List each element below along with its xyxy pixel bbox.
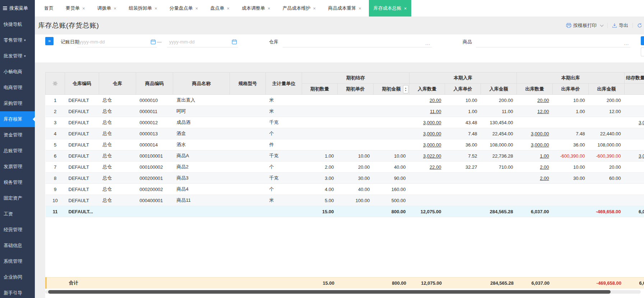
column-header[interactable]: 商品名称 bbox=[173, 73, 230, 95]
table-row[interactable]: 8DEFAULT总仓000200001商品3千克3.0030.0090.002.… bbox=[46, 173, 644, 184]
horizontal-scrollbar[interactable] bbox=[45, 290, 641, 294]
tab[interactable]: 产品成本维护× bbox=[278, 0, 321, 17]
drill-down-link[interactable]: 20.00 bbox=[517, 95, 553, 106]
column-settings-button[interactable] bbox=[46, 73, 65, 95]
end-date-input[interactable]: yyyy-mm-dd bbox=[167, 37, 238, 47]
product-picker-button[interactable]: ... bbox=[624, 41, 629, 46]
tab[interactable]: 盘点单× bbox=[205, 0, 234, 17]
warehouse-picker-button[interactable]: ... bbox=[425, 41, 430, 46]
sidebar-item[interactable]: 小畅电商 bbox=[0, 64, 35, 80]
drill-down-link[interactable]: 11.00 bbox=[409, 106, 445, 117]
sidebar-item[interactable]: 税务管理 bbox=[0, 174, 35, 190]
table-row[interactable]: 9DEFAULT总仓000200002商品4个4.0040.00160.00 bbox=[46, 184, 644, 195]
column-header[interactable]: 仓库编码 bbox=[65, 73, 99, 95]
table-row[interactable]: 2DEFAULT总仓0000011呵呵米11.001.0011.0012.001… bbox=[46, 106, 644, 117]
tab[interactable]: 首页 bbox=[40, 0, 58, 17]
sidebar-item[interactable]: 系统管理 bbox=[0, 253, 35, 269]
column-header[interactable]: 规格型号 bbox=[230, 73, 266, 95]
sidebar-item[interactable]: 企业协同 bbox=[0, 269, 35, 285]
tab-close-icon[interactable]: × bbox=[82, 6, 85, 11]
sidebar-search[interactable]: 搜索菜单 bbox=[0, 0, 35, 17]
refresh-button[interactable]: 刷新 bbox=[637, 22, 644, 29]
table-row[interactable]: 6DEFAULT总仓000100001商品A千克1.0010.0010.003,… bbox=[46, 150, 644, 162]
sidebar-item[interactable]: 快捷导航 bbox=[0, 17, 35, 32]
column-header[interactable]: 出库金额 bbox=[589, 84, 625, 95]
table-row[interactable]: 10DEFAULT总仓000400001商品11米5.00100.00500.0… bbox=[46, 195, 644, 206]
sidebar-item[interactable]: 新手引导 bbox=[0, 285, 35, 298]
drill-down-link[interactable]: 3,000.00 bbox=[409, 117, 445, 128]
subtotal-row[interactable]: 11DEFAULT...15.00800.0012,075.00284,565.… bbox=[46, 206, 644, 217]
column-header[interactable]: 商品编码 bbox=[136, 73, 173, 95]
sidebar-item[interactable]: 采购管理 bbox=[0, 96, 35, 111]
column-header[interactable]: 入库金额 bbox=[481, 84, 517, 95]
drill-down-link[interactable]: 3,022.00 bbox=[625, 150, 644, 162]
drill-down-link[interactable]: 3,000.00 bbox=[625, 117, 644, 128]
drill-down-link[interactable]: 2.00 bbox=[517, 162, 553, 173]
sidebar-item[interactable]: 零售管理▾ bbox=[0, 32, 35, 48]
column-header[interactable]: 出库单价 bbox=[553, 84, 589, 95]
tab[interactable]: 组装拆卸单× bbox=[124, 0, 162, 17]
collapse-filter-button[interactable]: » bbox=[45, 37, 54, 45]
calendar-icon[interactable] bbox=[232, 39, 237, 45]
calendar-icon[interactable] bbox=[150, 39, 156, 45]
table-row[interactable]: 1DEFAULT总仓0000010直出直入米20.0010.00200.0020… bbox=[46, 95, 644, 106]
clipped-secondary-button[interactable] bbox=[641, 47, 644, 56]
tab-close-icon[interactable]: × bbox=[313, 6, 316, 11]
sidebar-item[interactable]: 总账管理 bbox=[0, 143, 35, 159]
drill-down-link[interactable]: 20.00 bbox=[409, 95, 445, 106]
table-row[interactable]: 3DEFAULT总仓0000012成品酒千克3,000.0043.48130,4… bbox=[46, 117, 644, 128]
chevron-down-icon[interactable] bbox=[600, 23, 604, 27]
tab-close-icon[interactable]: × bbox=[404, 6, 407, 11]
sidebar-item[interactable]: 经营管理 bbox=[0, 222, 35, 238]
tab[interactable]: 分量盘点单× bbox=[165, 0, 203, 17]
clipped-primary-button[interactable] bbox=[641, 36, 644, 45]
sidebar-item[interactable]: 资金管理 bbox=[0, 127, 35, 143]
print-by-template-button[interactable]: 按模板打印 bbox=[566, 22, 603, 29]
column-header[interactable]: 期初金额 ▲▼ bbox=[374, 84, 409, 95]
tab-close-icon[interactable]: × bbox=[114, 6, 117, 11]
table-cell: 20.00 bbox=[589, 162, 625, 173]
column-header[interactable]: 期初数量 bbox=[302, 84, 338, 95]
drill-down-link[interactable]: 12.00 bbox=[517, 106, 553, 117]
tab-close-icon[interactable]: × bbox=[268, 6, 270, 11]
column-header[interactable]: 期初单价 bbox=[338, 84, 374, 95]
table-row[interactable]: 7DEFAULT总仓000100002商品2个2.0020.0040.0022.… bbox=[46, 162, 644, 173]
sort-spinner[interactable]: ▲▼ bbox=[403, 85, 408, 93]
sidebar-item[interactable]: 基础信息 bbox=[0, 238, 35, 253]
tab-close-icon[interactable]: × bbox=[227, 6, 230, 11]
tab[interactable]: 库存成本总账× bbox=[369, 0, 412, 17]
tab[interactable]: 要货单× bbox=[61, 0, 90, 17]
tab[interactable]: 成本调整单× bbox=[237, 0, 275, 17]
warehouse-input[interactable]: ... bbox=[283, 37, 432, 47]
drill-down-link[interactable]: 3,000.00 bbox=[517, 139, 553, 150]
drill-down-link[interactable]: 3,022.00 bbox=[409, 150, 445, 162]
drill-down-link[interactable]: 3,000.00 bbox=[517, 128, 553, 139]
sidebar-item[interactable]: 发票管理 bbox=[0, 159, 35, 174]
product-input[interactable]: ... bbox=[476, 37, 630, 47]
drill-down-link[interactable]: 1.00 bbox=[517, 150, 553, 162]
drill-down-link[interactable]: 3,000.00 bbox=[409, 139, 445, 150]
start-date-input[interactable]: yyyy-mm-dd bbox=[77, 37, 157, 47]
sidebar-item[interactable]: 库存核算 bbox=[0, 111, 35, 127]
column-header[interactable]: 出库数量 bbox=[517, 84, 553, 95]
table-row[interactable]: 4DEFAULT总仓0000013酒盒个3,000.007.4822,454.0… bbox=[46, 128, 644, 139]
drill-down-link[interactable]: 3,000.00 bbox=[409, 128, 445, 139]
drill-down-link[interactable]: 2.00 bbox=[517, 173, 553, 184]
column-header[interactable]: 主计量单位 bbox=[266, 73, 302, 95]
sidebar-item[interactable]: 固定资产 bbox=[0, 190, 35, 206]
tab[interactable]: 商品成本重算× bbox=[323, 0, 366, 17]
drill-down-link[interactable]: 22.00 bbox=[409, 162, 445, 173]
scrollbar-thumb[interactable] bbox=[48, 290, 611, 294]
tab-close-icon[interactable]: × bbox=[358, 6, 361, 11]
tab-close-icon[interactable]: × bbox=[195, 6, 198, 11]
tab[interactable]: 调拨单× bbox=[93, 0, 121, 17]
sidebar-item[interactable]: 工资 bbox=[0, 206, 35, 222]
export-button[interactable]: 导出 bbox=[612, 22, 628, 29]
tab-close-icon[interactable]: × bbox=[154, 6, 157, 11]
column-header[interactable]: 入库数量 bbox=[409, 84, 445, 95]
column-header[interactable]: 入库单价 bbox=[445, 84, 481, 95]
column-header[interactable]: 仓库 bbox=[99, 73, 136, 95]
sidebar-item[interactable]: 电商管理 bbox=[0, 80, 35, 96]
sidebar-item[interactable]: 批发管理▾ bbox=[0, 48, 35, 64]
table-row[interactable]: 5DEFAULT总仓0000014酒水件3,000.0036.00108,000… bbox=[46, 139, 644, 150]
